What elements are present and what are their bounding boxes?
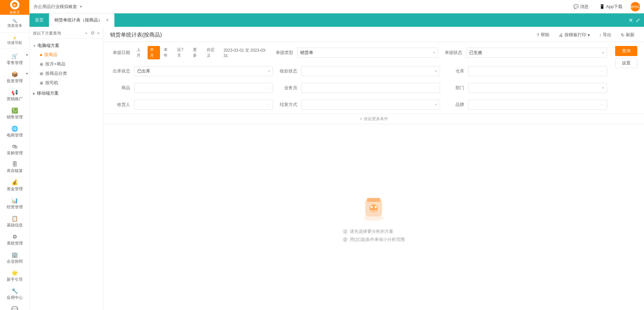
menu-newbie[interactable]: 🌟 新手引导 xyxy=(0,267,29,285)
menu-sales[interactable]: 💹 销售管理 xyxy=(0,105,29,123)
warehouse-label: 仓库 xyxy=(444,68,464,74)
payment-status-input[interactable]: ▾ xyxy=(301,66,440,76)
filter-row-status: 出库状态 已出库 ▾ 收款状态 ▾ 仓库 xyxy=(110,66,607,76)
add-scheme-btn[interactable]: ＋ xyxy=(84,30,89,36)
settlement-input[interactable]: ▾ xyxy=(301,100,440,110)
settings-scheme-btn[interactable]: ⚙ xyxy=(91,30,95,36)
export-btn[interactable]: ↑ 导出 xyxy=(597,31,614,39)
tip-text-2: 用[过滤]条件来缩小分析范围 xyxy=(350,237,405,243)
dropdown-icon[interactable]: ▾ xyxy=(80,4,82,9)
filter-row-recipient: 收货人 ··· 结算方式 ▾ 品牌 xyxy=(110,100,607,110)
refresh-btn[interactable]: ↻ 刷新 xyxy=(618,31,637,39)
brand-input[interactable]: ··· xyxy=(468,100,607,110)
doc-status-label: 单据状态 xyxy=(442,50,462,56)
pc-group-header[interactable]: ▼ 电脑端方案 xyxy=(30,41,103,50)
salesperson-input[interactable]: ··· xyxy=(301,83,440,93)
avatar[interactable]: demo2 xyxy=(631,2,640,11)
menu-enterprise[interactable]: 🏢 企业协同 xyxy=(0,249,29,267)
department-input[interactable]: ▾ xyxy=(468,83,607,93)
menu-basics[interactable]: 📋 基础信息 xyxy=(0,213,29,231)
search-section: 🔍 搜索菜单 xyxy=(0,15,29,33)
stock-status-value: 已出库 xyxy=(137,68,268,74)
query-button[interactable]: 查询 xyxy=(615,46,637,56)
mobile-group-header[interactable]: ▶ 移动端方案 xyxy=(30,89,103,98)
menu-ecommerce[interactable]: 🌐 电商管理 xyxy=(0,123,29,141)
search-icon: 🔍 xyxy=(12,19,17,23)
menu-apps[interactable]: 🔧 应用中心 xyxy=(0,285,29,303)
page-title: 销货单统计表(按商品) xyxy=(110,32,162,39)
doc-type-input[interactable]: 销货单 ▾ xyxy=(297,48,438,58)
menu-procurement[interactable]: 🛍 采购管理 xyxy=(0,141,29,159)
product-input[interactable]: ··· xyxy=(134,83,273,93)
doc-status-input[interactable]: 已生效 ▾ xyxy=(466,48,607,58)
doc-type-label: 单据类型 xyxy=(273,50,293,56)
date-btn-7days[interactable]: 近7天 xyxy=(175,46,189,59)
stock-status-input[interactable]: 已出库 ▾ xyxy=(134,66,273,76)
payment-status-dropdown-icon: ▾ xyxy=(435,69,437,73)
collapse-panel-btn[interactable]: « xyxy=(97,30,100,36)
tab-home[interactable]: 首页 xyxy=(30,13,49,27)
scheme-by-month-product[interactable]: ▣ 按月+商品 xyxy=(30,59,103,69)
brand-label: 品牌 xyxy=(444,102,464,108)
help-btn[interactable]: ? 帮助 xyxy=(534,31,552,39)
scheme-by-vendor[interactable]: ▣ 按司机 xyxy=(30,78,103,88)
menu-system[interactable]: ⚙ 系统管理 xyxy=(0,231,29,249)
department-dropdown-icon: ▾ xyxy=(602,86,604,90)
print-dropdown-icon: ▾ xyxy=(588,33,590,38)
message-icon: 💬 xyxy=(573,4,579,9)
tab-sales-stat[interactable]: 销货单统计表（按商品） ✕ xyxy=(49,13,114,27)
topbar-left: 办公用品行业模拟账套 ▾ xyxy=(34,4,82,10)
menu-operation[interactable]: 📊 经营管理 xyxy=(0,195,29,213)
date-btn-custom[interactable]: 自定义 xyxy=(204,46,220,59)
menu-wechat[interactable]: 💬 企业微信 xyxy=(0,303,29,310)
menu-finance[interactable]: 💰 资金管理 xyxy=(0,176,29,195)
message-btn[interactable]: 💬 消息 xyxy=(571,3,591,11)
logo-icon: 畅 xyxy=(10,0,19,9)
stock-status-dropdown-icon: ▾ xyxy=(268,69,270,73)
menu-wholesale[interactable]: 📦 批发管理 ▴ xyxy=(0,68,29,87)
page-actions: ? 帮助 🖨 按模板打印 ▾ ↑ 导出 ↻ 刷新 xyxy=(534,31,637,39)
empty-tip-2: 2 用[过滤]条件来缩小分析范围 xyxy=(342,237,405,243)
panel-header-actions: ＋ ⚙ « xyxy=(84,30,100,36)
date-range-display: 2023-03-01 至 2023-03-31 xyxy=(223,48,269,58)
settings-button[interactable]: 设置 xyxy=(615,58,637,68)
empty-illustration xyxy=(357,190,390,223)
date-btn-more[interactable]: 更多 xyxy=(191,46,203,59)
collapse-bar[interactable]: ∧ 收起更多条件 xyxy=(103,114,644,124)
chevron-down-icon: ▾ xyxy=(26,53,28,57)
print-btn[interactable]: 🖨 按模板打印 ▾ xyxy=(556,31,593,39)
system-icon: ⚙ xyxy=(12,234,17,240)
quick-nav-btn[interactable]: ⚡ 快捷导航 xyxy=(0,34,29,47)
menu-marketing[interactable]: 📢 营销推广 xyxy=(0,87,29,105)
scheme-by-product[interactable]: ● 按商品 xyxy=(30,50,103,59)
scheme-icon-2: ▣ xyxy=(40,71,43,76)
empty-tips: 1 请先选择要分析的方案 2 用[过滤]条件来缩小分析范围 xyxy=(342,228,405,245)
filter-area: 单据日期 上月 本月 本年 近7天 更多 自定义 20 xyxy=(103,42,644,114)
settlement-dropdown-icon: ▾ xyxy=(435,102,437,107)
brand-more-icon: ··· xyxy=(601,102,604,107)
pc-group-label: 电脑端方案 xyxy=(38,43,59,49)
warehouse-input[interactable]: ··· xyxy=(468,66,607,76)
recipient-input[interactable]: ··· xyxy=(134,100,273,110)
date-btn-last-month[interactable]: 上月 xyxy=(134,46,146,59)
doc-status-value: 已生效 xyxy=(469,50,602,56)
menu-inventory[interactable]: 🗄 库存核算 xyxy=(0,159,29,176)
menu-retail[interactable]: 🛒 零售管理 ▾ xyxy=(0,50,29,68)
salesperson-more-icon: ··· xyxy=(434,86,437,90)
sidebar: 畅 标账页 🔍 搜索菜单 ⚡ 快捷导航 🛒 零售管理 ▾ 📦 批发管理 ▴ 📢 … xyxy=(0,0,30,310)
search-menu-btn[interactable]: 🔍 搜索菜单 xyxy=(7,17,22,30)
scheme-icon-3: ▣ xyxy=(40,81,43,85)
app-download-btn[interactable]: 📱 App下载 xyxy=(597,3,625,11)
scheme-by-category[interactable]: ▣ 按商品分类 xyxy=(30,69,103,78)
topbar: 办公用品行业模拟账套 ▾ 💬 消息 📱 App下载 demo2 xyxy=(30,0,644,13)
date-btn-this-year[interactable]: 本年 xyxy=(161,46,173,59)
phone-icon: 📱 xyxy=(599,4,605,9)
date-btn-this-month[interactable]: 本月 xyxy=(148,46,160,59)
left-panel-header: 按以下方案查询 ＋ ⚙ « xyxy=(30,27,103,39)
close-tab-icon[interactable]: ✕ xyxy=(106,18,109,22)
close-window-icon[interactable]: ✕ xyxy=(629,17,633,23)
finance-icon: 💰 xyxy=(11,179,18,186)
app-logo: 畅 标账页 xyxy=(0,0,30,15)
maximize-icon[interactable]: ⤢ xyxy=(636,17,640,23)
sales-stat-tab-label: 销货单统计表（按商品） xyxy=(54,17,102,23)
